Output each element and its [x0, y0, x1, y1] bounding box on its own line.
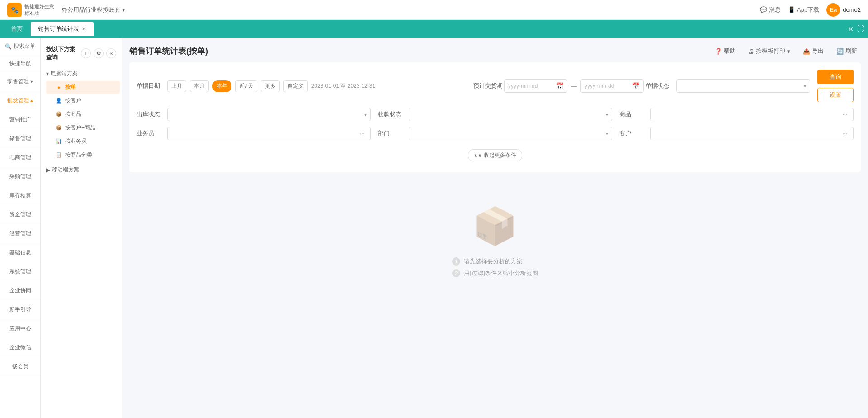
sub-sidebar-item-by-order[interactable]: ● 按单 [46, 81, 120, 94]
app-download-button[interactable]: 📱 App下载 [788, 6, 819, 14]
system-selector[interactable]: 办公用品行业模拟账套 ▾ [58, 4, 129, 16]
empty-tips: 1 请先选择要分析的方案 2 用[过滤]条件来缩小分析范围 [452, 257, 538, 277]
expected-delivery-start-input[interactable]: yyyy-mm-dd 📅 [504, 79, 567, 93]
action-buttons: 查询 设置 [817, 70, 854, 102]
sidebar-item-system[interactable]: 系统管理 [0, 262, 40, 281]
sub-sidebar-item-by-customer[interactable]: 👤 按客户 [46, 94, 120, 107]
user-menu[interactable]: Ea demo2 [826, 3, 861, 17]
chevron-down-icon: ▾ [122, 6, 125, 13]
logo-area: 🐾 畅捷通好生意 标准版 [7, 3, 54, 17]
date-preset-custom[interactable]: 自定义 [283, 80, 308, 92]
sidebar-item-member[interactable]: 畅会员 [0, 357, 40, 376]
sub-sidebar-collapse-button[interactable]: « [106, 48, 116, 58]
date-preset-last-month[interactable]: 上月 [167, 80, 186, 92]
chevron-right-icon: ▶ [46, 167, 50, 173]
customer-icon: 👤 [55, 97, 62, 104]
filter-salesperson-item: 业务员 ··· [137, 127, 371, 140]
sidebar-item-app-center[interactable]: 应用中心 [0, 319, 40, 338]
collapse-bar: ∧∧ 收起更多条件 [137, 146, 854, 165]
sub-sidebar-header: 按以下方案查询 + ⚙ « [41, 42, 122, 65]
sub-sidebar-pc-items: ● 按单 👤 按客户 📦 按商品 📦 按客户+商品 [41, 81, 122, 162]
fullscreen-button[interactable]: ⛶ [857, 25, 864, 33]
sidebar-item-newbie[interactable]: 新手引导 [0, 300, 40, 319]
salesperson-more-icon[interactable]: ··· [358, 130, 367, 137]
sidebar-item-purchase[interactable]: 采购管理 [0, 167, 40, 186]
sub-sidebar-pc-group-title[interactable]: ▾ 电脑端方案 [41, 67, 122, 80]
sidebar-item-wholesale[interactable]: 批发管理 ▴ [0, 91, 40, 110]
tab-close-icon[interactable]: ✕ [82, 26, 86, 32]
filter-row-2: 出库状态 ▾ 收款状态 ▾ 商品 [137, 108, 854, 121]
message-button[interactable]: 💬 消息 [760, 6, 781, 14]
sub-sidebar-item-by-customer-product[interactable]: 📦 按客户+商品 [46, 121, 120, 134]
refresh-button[interactable]: 🔄 刷新 [833, 45, 861, 57]
sub-sidebar-item-by-product[interactable]: 📦 按商品 [46, 108, 120, 121]
collapse-icon: ∧∧ [474, 152, 482, 159]
sidebar-item-ecommerce[interactable]: 电商管理 [0, 148, 40, 167]
date-range-display: 2023-01-01 至 2023-12-31 [311, 82, 375, 90]
customer-more-icon[interactable]: ··· [840, 130, 849, 137]
sub-sidebar-title: 按以下方案查询 [46, 45, 81, 62]
sidebar-item-retail[interactable]: 零售管理 ▾ [0, 72, 40, 91]
product-select[interactable]: ··· [650, 108, 854, 121]
query-button[interactable]: 查询 [817, 70, 854, 84]
settings-button[interactable]: 设置 [817, 88, 854, 102]
filter-row-1: 单据日期 上月 本月 本年 近7天 更多 自定义 2023-01-01 至 20… [137, 70, 854, 102]
top-bar-right: 💬 消息 📱 App下载 Ea demo2 [760, 3, 861, 17]
salesperson-label: 业务员 [137, 129, 164, 138]
date-preset-this-month[interactable]: 本月 [190, 80, 209, 92]
sub-sidebar-group-mobile: ▶ 移动端方案 [41, 163, 122, 176]
sub-sidebar-item-by-product-category[interactable]: 📋 按商品分类 [46, 148, 120, 162]
sidebar-item-basic[interactable]: 基础信息 [0, 243, 40, 262]
department-select[interactable]: ▾ [409, 127, 612, 140]
select-arrow-icon-2: ▾ [364, 112, 367, 117]
filter-delivery-status-item: 出库状态 ▾ [137, 108, 371, 121]
filter-row-3: 业务员 ··· 部门 ▾ 客户 [137, 127, 854, 140]
sidebar-item-enterprise-wechat[interactable]: 企业微信 [0, 338, 40, 357]
payment-status-select[interactable]: ▾ [409, 108, 612, 121]
sidebar-item-enterprise[interactable]: 企业协同 [0, 281, 40, 300]
tab-bar: 首页 销售订单统计表 ✕ ✕ ⛶ [0, 20, 868, 38]
tab-home[interactable]: 首页 [4, 22, 30, 36]
sub-sidebar-add-button[interactable]: + [81, 48, 91, 58]
template-print-button[interactable]: 🖨 按模板打印 ▾ [745, 45, 794, 57]
department-label: 部门 [378, 129, 405, 138]
tab-sales-order-stats[interactable]: 销售订单统计表 ✕ [31, 22, 94, 36]
select-arrow-icon-3: ▾ [606, 112, 608, 117]
date-preset-last-7-days[interactable]: 近7天 [235, 80, 257, 92]
customer-label: 客户 [619, 129, 646, 138]
list-icon: 📋 [55, 152, 62, 159]
sidebar-item-sales[interactable]: 销售管理 [0, 129, 40, 148]
sub-sidebar-group-pc: ▾ 电脑端方案 ● 按单 👤 按客户 📦 按商品 [41, 67, 122, 162]
circle-icon: ● [55, 84, 62, 91]
salesperson-select[interactable]: ··· [167, 127, 371, 140]
sub-sidebar-item-by-salesperson[interactable]: 📊 按业务员 [46, 135, 120, 148]
select-arrow-icon-4: ▾ [606, 131, 608, 136]
sidebar-item-inventory[interactable]: 库存核算 [0, 186, 40, 205]
empty-tip-2: 2 用[过滤]条件来缩小分析范围 [452, 269, 538, 277]
sidebar-item-marketing[interactable]: 营销推广 [0, 110, 40, 129]
delivery-status-select[interactable]: ▾ [167, 108, 371, 121]
empty-illustration: 📦 [468, 205, 522, 250]
tab-bar-actions: ✕ ⛶ [848, 25, 864, 33]
help-button[interactable]: ❓ 帮助 [711, 45, 739, 57]
collapse-button[interactable]: ∧∧ 收起更多条件 [468, 149, 522, 162]
date-preset-this-year[interactable]: 本年 [212, 80, 231, 92]
product-more-icon[interactable]: ··· [840, 111, 849, 118]
top-bar-left: 🐾 畅捷通好生意 标准版 办公用品行业模拟账套 ▾ [7, 3, 129, 17]
top-bar: 🐾 畅捷通好生意 标准版 办公用品行业模拟账套 ▾ 💬 消息 📱 App下载 E… [0, 0, 868, 20]
expected-delivery-end-input[interactable]: yyyy-mm-dd 📅 [580, 79, 644, 93]
doc-status-select[interactable]: ▾ [676, 79, 811, 93]
export-button[interactable]: 📤 导出 [799, 45, 827, 57]
sub-sidebar-settings-button[interactable]: ⚙ [94, 48, 104, 58]
sidebar-quick-nav[interactable]: 快捷导航 [0, 55, 40, 72]
select-arrow-icon: ▾ [804, 84, 806, 89]
close-window-button[interactable]: ✕ [848, 25, 854, 33]
sidebar-item-operation[interactable]: 经营管理 [0, 224, 40, 243]
message-icon: 💬 [760, 6, 767, 13]
sidebar-search[interactable]: 🔍 搜索菜单 [0, 38, 40, 55]
customer-select[interactable]: ··· [650, 127, 854, 140]
date-preset-more[interactable]: 更多 [261, 80, 280, 92]
sidebar-item-finance[interactable]: 资金管理 [0, 205, 40, 224]
sub-sidebar-mobile-group-title[interactable]: ▶ 移动端方案 [41, 163, 122, 176]
search-icon: 🔍 [5, 43, 12, 50]
